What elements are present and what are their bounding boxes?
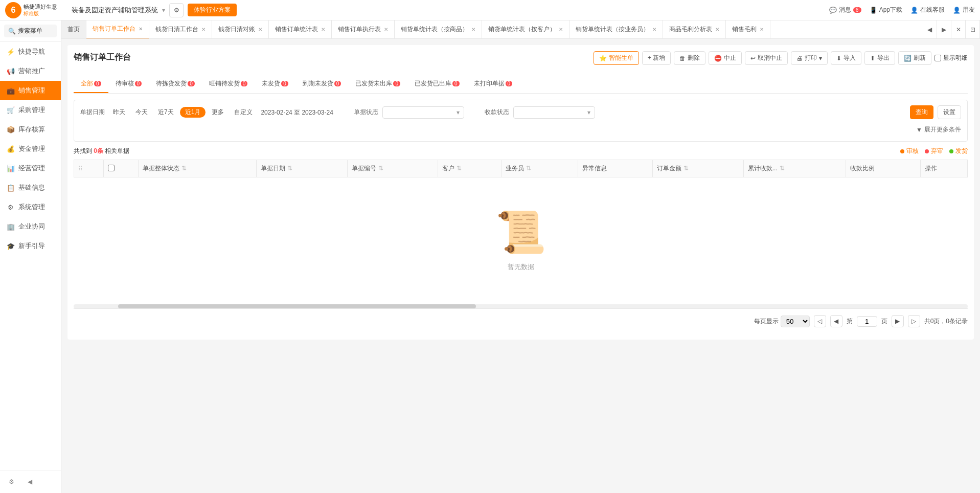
date-option-近7天[interactable]: 近7天 <box>154 107 178 118</box>
tab-close-sales-stats-by-customer[interactable]: ✕ <box>559 27 563 32</box>
sidebar-item-sales[interactable]: 💼销售管理 <box>0 81 61 100</box>
sub-tab-wangpu-pending[interactable]: 旺铺待发货0 <box>202 75 255 93</box>
tab-cash-daily[interactable]: 钱货日清工作台✕ <box>149 20 212 39</box>
column-header-date[interactable]: 单据日期⇅ <box>257 160 347 177</box>
sidebar-item-marketing[interactable]: 📢营销推广 <box>0 61 61 81</box>
tab-sales-stats-by-product[interactable]: 销货单统计表（按商品）✕ <box>395 20 482 39</box>
column-header-staff[interactable]: 业务员⇅ <box>501 160 578 177</box>
search-button[interactable]: 查询 <box>910 105 933 119</box>
sidebar-search-button[interactable]: 🔍 搜索菜单 <box>4 25 57 37</box>
tab-sales-stats-by-staff[interactable]: 销货单统计表（按业务员）✕ <box>569 20 663 39</box>
tab-expand-button[interactable]: ⊡ <box>966 20 980 39</box>
show-detail-checkbox[interactable] <box>935 55 941 61</box>
tab-sales-stats-by-customer[interactable]: 销货单统计表（按客户）✕ <box>482 20 569 39</box>
tab-cash-reconcile[interactable]: 钱货日清对账✕ <box>212 20 269 39</box>
column-header-customer[interactable]: 客户⇅ <box>438 160 502 177</box>
column-header-amount[interactable]: 订单金额⇅ <box>653 160 743 177</box>
tab-product-profit[interactable]: 商品毛利分析表✕ <box>663 20 726 39</box>
ship-action-button[interactable]: 发货 <box>949 147 968 155</box>
tab-close-cash-daily[interactable]: ✕ <box>201 27 206 32</box>
online-service-button[interactable]: 👤 在线客服 <box>910 6 945 14</box>
sidebar-item-purchase[interactable]: 🛒采购管理 <box>0 100 61 120</box>
tab-close-sales-stats-by-staff[interactable]: ✕ <box>652 27 656 32</box>
tab-sales-order-exec[interactable]: 销售订单执行表✕ <box>332 20 395 39</box>
sub-tab-shipped-out[interactable]: 已发货已出库0 <box>407 75 467 93</box>
tab-close-sales-stats-by-product[interactable]: ✕ <box>471 27 475 32</box>
app-download-button[interactable]: 📱 App下载 <box>870 6 902 14</box>
settings-button[interactable]: 设置 <box>938 105 961 119</box>
date-option-昨天[interactable]: 昨天 <box>109 107 129 118</box>
sub-tab-not-shipped[interactable]: 未发货0 <box>255 75 295 93</box>
sub-tab-pending-review[interactable]: 待审核0 <box>108 75 149 93</box>
select-all-checkbox[interactable] <box>108 165 115 171</box>
tab-close-product-profit[interactable]: ✕ <box>715 27 719 32</box>
page-number-input[interactable] <box>857 316 877 327</box>
smart-create-button[interactable]: ⭐ 智能生单 <box>594 51 639 65</box>
tab-close-sales-profit[interactable]: ✕ <box>760 27 764 32</box>
sidebar-collapse-button[interactable]: ◀ <box>22 475 37 489</box>
scrollbar-thumb[interactable] <box>118 304 476 308</box>
page-size-select[interactable]: 50 10 20 100 <box>781 316 810 327</box>
add-button[interactable]: + 新增 <box>642 51 671 65</box>
sidebar-item-guide[interactable]: 🎓新手引导 <box>0 236 61 256</box>
column-header-status[interactable]: 单据整体状态⇅ <box>138 160 256 177</box>
review-action-button[interactable]: 审核 <box>900 147 919 155</box>
sub-tab-expired-not-shipped[interactable]: 到期未发货0 <box>295 75 349 93</box>
sub-tab-badge-shipped-not-out: 0 <box>393 81 400 86</box>
refresh-button[interactable]: 🔄 刷新 <box>898 51 931 65</box>
sidebar-item-system[interactable]: ⚙系统管理 <box>0 197 61 217</box>
tab-next-button[interactable]: ▶ <box>937 20 951 39</box>
tab-close-sales-order-exec[interactable]: ✕ <box>384 27 388 32</box>
cancel-review-action-button[interactable]: 弃审 <box>925 147 943 155</box>
payment-select[interactable]: ▾ <box>513 106 595 119</box>
date-option-更多[interactable]: 更多 <box>208 107 228 118</box>
tab-sales-order-stats[interactable]: 销售订单统计表✕ <box>269 20 332 39</box>
tab-sales-profit[interactable]: 销售毛利✕ <box>726 20 770 39</box>
print-button[interactable]: 🖨 打印 ▾ <box>791 51 828 65</box>
sidebar-settings-button[interactable]: ⚙ <box>4 475 18 489</box>
expand-filter-button[interactable]: ▼ 展开更多条件 <box>916 125 961 134</box>
user-menu-button[interactable]: 👤 用友 <box>953 6 975 14</box>
date-option-自定义[interactable]: 自定义 <box>230 107 257 118</box>
prev-page-button[interactable]: ◀ <box>830 315 842 327</box>
sub-tab-all[interactable]: 全部0 <box>74 75 108 93</box>
sub-tab-shipped-not-out[interactable]: 已发货未出库0 <box>348 75 407 93</box>
column-header-number[interactable]: 单据编号⇅ <box>347 160 438 177</box>
messages-button[interactable]: 💬 消息 6 <box>829 6 861 14</box>
next-page-button[interactable]: ▶ <box>892 315 904 327</box>
first-page-button[interactable]: ◁ <box>814 315 826 327</box>
date-option-近1月[interactable]: 近1月 <box>180 107 206 118</box>
table-header-row: ⠿单据整体状态⇅单据日期⇅单据编号⇅客户⇅业务员⇅异常信息订单金额⇅累计收款..… <box>74 160 968 177</box>
sidebar-item-inventory[interactable]: 📦库存核算 <box>0 120 61 139</box>
sidebar-item-finance[interactable]: 💰资金管理 <box>0 139 61 159</box>
sort-icon: ⇅ <box>526 165 531 172</box>
sidebar-item-operations[interactable]: 📊经营管理 <box>0 159 61 178</box>
last-page-button[interactable]: ▷ <box>908 315 920 327</box>
sidebar-item-quick-nav[interactable]: ⚡快捷导航 <box>0 42 61 61</box>
sub-tab-pending-inspect[interactable]: 待拣货发货0 <box>149 75 202 93</box>
tab-close-cash-reconcile[interactable]: ✕ <box>258 27 262 32</box>
gear-button[interactable]: ⚙ <box>169 3 184 17</box>
tab-prev-button[interactable]: ◀ <box>923 20 937 39</box>
operations-label: 经营管理 <box>18 164 45 173</box>
title-dropdown-icon[interactable]: ▾ <box>162 7 165 14</box>
sidebar-item-basic-info[interactable]: 📋基础信息 <box>0 178 61 197</box>
tab-sales-order-workbench[interactable]: 销售订单工作台✕ <box>86 20 149 39</box>
industry-solution-button[interactable]: 体验行业方案 <box>188 4 237 16</box>
show-detail-toggle[interactable]: 显示明细 <box>935 54 968 62</box>
sub-tab-not-printed[interactable]: 未打印单据0 <box>467 75 520 93</box>
tab-home[interactable]: 首页 <box>61 20 86 39</box>
sidebar-item-enterprise[interactable]: 🏢企业协同 <box>0 217 61 236</box>
cancel-stop-button[interactable]: ↩ 取消中止 <box>745 51 788 65</box>
tab-close-all-button[interactable]: ✕ <box>951 20 966 39</box>
import-button[interactable]: ⬇ 导入 <box>831 51 861 65</box>
horizontal-scrollbar[interactable] <box>74 304 968 308</box>
tab-close-sales-order-stats[interactable]: ✕ <box>321 27 325 32</box>
tab-close-sales-order-workbench[interactable]: ✕ <box>139 26 143 32</box>
status-select[interactable]: ▾ <box>382 106 464 119</box>
delete-button[interactable]: 🗑 删除 <box>674 51 705 65</box>
export-button[interactable]: ⬆ 导出 <box>864 51 895 65</box>
column-header-received[interactable]: 累计收款...⇅ <box>743 160 846 177</box>
stop-button[interactable]: ⛔ 中止 <box>709 51 742 65</box>
date-option-今天[interactable]: 今天 <box>131 107 152 118</box>
